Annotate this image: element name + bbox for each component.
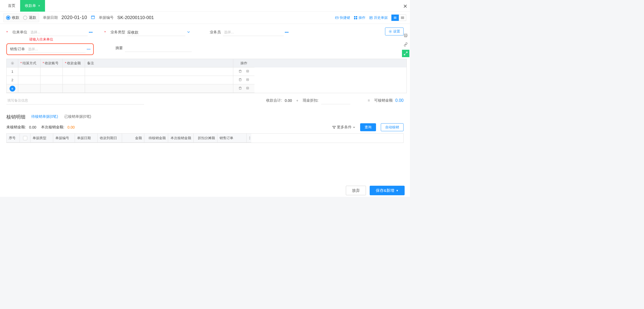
settings-button[interactable]: 设置 [385, 28, 404, 35]
svg-rect-0 [91, 16, 95, 19]
auto-writeoff-button[interactable]: 自动核销 [381, 123, 404, 131]
date-value[interactable]: 2020-01-10 [61, 15, 87, 20]
sort-icon[interactable]: ▲▼ [247, 134, 251, 143]
more-icon[interactable]: ••• [86, 47, 92, 51]
calendar-icon[interactable] [91, 15, 95, 20]
remark-input[interactable] [6, 97, 144, 104]
cell-account[interactable] [41, 76, 63, 84]
svg-point-5 [336, 17, 336, 17]
salesorder-field: 销售订单 ••• [7, 44, 92, 54]
delete-icon[interactable] [238, 78, 242, 82]
cell-method[interactable] [18, 67, 41, 76]
save-button[interactable]: 保存&新增 ▼ [370, 186, 405, 195]
total-value: 0.00 [285, 98, 292, 103]
delete-icon[interactable] [238, 69, 242, 74]
copy-icon[interactable] [246, 86, 249, 91]
summary-field: 摘要 [104, 43, 192, 53]
partner-input[interactable] [29, 29, 88, 36]
summary-input[interactable] [125, 44, 192, 52]
window-close-icon[interactable]: × [403, 2, 407, 10]
cell-method[interactable] [18, 76, 41, 84]
svg-rect-37 [239, 87, 241, 89]
tab-receipt[interactable]: 收款单 × [20, 0, 45, 12]
tab-pending[interactable]: 待核销单据(0笔) [31, 113, 59, 121]
salesorder-input[interactable] [27, 46, 86, 53]
svg-rect-43 [404, 34, 407, 35]
cell-remark[interactable] [85, 67, 233, 76]
cell-amount[interactable] [63, 76, 85, 84]
shortcut-link[interactable]: 快捷键 [335, 15, 350, 20]
svg-rect-31 [239, 79, 241, 81]
discount-input[interactable] [321, 97, 350, 104]
net-value: 0.00 [395, 98, 404, 103]
query-button[interactable]: 查询 [360, 123, 376, 131]
svg-rect-10 [354, 18, 355, 19]
select-all-checkbox[interactable] [20, 134, 30, 143]
copy-icon[interactable] [246, 78, 249, 82]
svg-rect-9 [356, 16, 357, 17]
radio-receive[interactable]: 收款 [6, 15, 19, 20]
writeoff-table: 序号 单据类型 单据编号 单据日期 收款到期日 金额 待核销金额 本次核销金额 … [6, 133, 404, 143]
rail-print-icon[interactable] [402, 32, 409, 39]
rail-expand-icon[interactable] [402, 50, 409, 57]
svg-rect-19 [401, 17, 402, 17]
radio-refund[interactable]: 退款 [23, 15, 36, 20]
gear-icon[interactable] [7, 59, 18, 67]
salesman-field: 业务员 ••• [202, 28, 290, 37]
partner-field: * 往来单位 ••• [6, 28, 94, 37]
more-conditions[interactable]: 更多条件 [332, 125, 355, 130]
view-card-icon[interactable] [399, 15, 406, 21]
tab-label: 收款单 [25, 3, 36, 8]
delete-icon[interactable] [238, 86, 242, 91]
add-row-button[interactable]: + [7, 84, 18, 93]
cell-remark[interactable] [85, 76, 233, 84]
writeoff-title: 核销明细 [6, 114, 25, 120]
tab-done[interactable]: 已核销单据(0笔) [64, 113, 92, 121]
svg-rect-25 [239, 70, 241, 72]
history-link[interactable]: 历史单据 [369, 15, 388, 20]
svg-point-7 [338, 17, 338, 17]
biztype-field: * 业务类型 应收款 [104, 28, 192, 37]
svg-point-24 [12, 63, 13, 64]
more-icon[interactable]: ••• [284, 30, 290, 34]
salesman-input[interactable] [223, 29, 284, 36]
chevron-down-icon: ▼ [396, 189, 399, 192]
date-label: 单据日期 [43, 15, 58, 20]
operate-link[interactable]: 操作 [354, 15, 365, 20]
svg-point-23 [390, 31, 391, 32]
code-label: 单据编号 [99, 15, 114, 20]
svg-rect-20 [403, 17, 404, 17]
close-icon[interactable]: × [38, 4, 40, 8]
biztype-value[interactable]: 应收款 [127, 29, 185, 36]
row-number: 2 [7, 76, 18, 84]
svg-rect-21 [401, 18, 402, 19]
svg-rect-11 [356, 18, 357, 19]
tab-home[interactable]: 首页 [3, 0, 20, 12]
svg-point-6 [337, 17, 337, 17]
more-icon[interactable]: ••• [88, 30, 94, 34]
copy-icon[interactable] [246, 69, 249, 74]
row-number: 1 [7, 67, 18, 76]
rail-link-icon[interactable] [402, 41, 409, 48]
cell-amount[interactable] [63, 67, 85, 76]
svg-rect-22 [403, 18, 404, 19]
type-toggle: 收款 退款 [3, 13, 39, 22]
partner-error: 请输入往来单位 [6, 37, 94, 42]
svg-rect-8 [354, 16, 355, 17]
view-list-icon[interactable] [391, 15, 399, 21]
chevron-down-icon[interactable] [185, 30, 192, 34]
code-value: SK-20200110-001 [117, 15, 154, 20]
cancel-button[interactable]: 放弃 [346, 186, 366, 195]
payment-table: *结算方式 *收款账号 *收款金额 备注 操作 1 2 [6, 59, 407, 93]
cell-account[interactable] [41, 67, 63, 76]
